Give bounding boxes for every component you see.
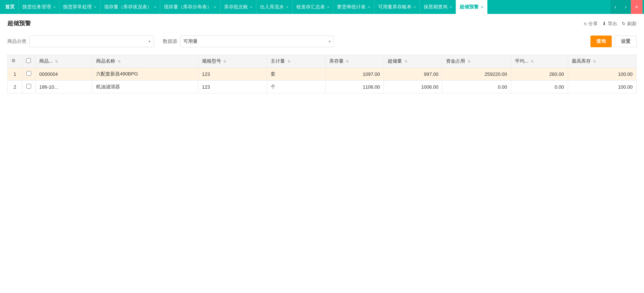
- tab-6-close[interactable]: ×: [286, 5, 288, 9]
- export-icon: ⬇: [602, 21, 606, 26]
- data-source-value: 可用量: [183, 38, 198, 45]
- sort-icon-3: ⇅: [223, 59, 226, 63]
- tab-10-close[interactable]: ×: [450, 5, 452, 9]
- tab-2[interactable]: 拣货异常处理 ×: [59, 0, 100, 14]
- table-header-row: ⚙ 商品... ⇅ 商品名称 ⇅ 规格型号 ⇅ 主计量: [8, 55, 637, 68]
- spec: 123: [198, 81, 267, 93]
- sort-icon-5: ⇅: [346, 59, 349, 63]
- tab-9[interactable]: 可用量库存账本 ×: [374, 0, 420, 14]
- gear-icon[interactable]: ⚙: [11, 58, 18, 64]
- page-header: 超储预警 ⎋ 分享 ⬇ 导出 ↻ 刷新: [7, 20, 637, 27]
- nav-prev-button[interactable]: ‹: [610, 0, 621, 14]
- top-navigation: 首页 拣货任务管理 × 拣货异常处理 × 现存量（库存状况表） × 现存量（库存…: [0, 0, 644, 14]
- filter-row: 商品分类 ▾ 数据源 可用量 ▾ 查询 设置: [7, 33, 637, 50]
- header-actions: ⎋ 分享 ⬇ 导出 ↻ 刷新: [584, 21, 637, 27]
- product-name: 六配套新昌490BPG: [92, 68, 198, 81]
- capital-usage: 259220.00: [442, 68, 511, 81]
- table-header: ⚙ 商品... ⇅ 商品名称 ⇅ 规格型号 ⇅ 主计量: [8, 55, 637, 68]
- product-code: 186-10...: [36, 81, 92, 93]
- row-checkbox-0[interactable]: [26, 71, 31, 76]
- max-stock: 100.00: [568, 81, 636, 93]
- stock: 1097.00: [325, 68, 384, 81]
- tab-1-close[interactable]: ×: [53, 5, 55, 9]
- th-product-name[interactable]: 商品名称 ⇅: [92, 55, 198, 68]
- product-category-label: 商品分类: [7, 38, 26, 45]
- row-num: 1: [8, 68, 22, 81]
- tab-1[interactable]: 拣货任务管理 ×: [19, 0, 59, 14]
- data-table: ⚙ 商品... ⇅ 商品名称 ⇅ 规格型号 ⇅ 主计量: [7, 55, 637, 93]
- tab-8-close[interactable]: ×: [368, 5, 370, 9]
- th-avg-price[interactable]: 平均... ⇅: [511, 55, 568, 68]
- tab-3[interactable]: 现存量（库存状况表） ×: [100, 0, 160, 14]
- tab-7-close[interactable]: ×: [327, 5, 329, 9]
- th-max-stock[interactable]: 最高库存 ⇅: [568, 55, 636, 68]
- th-unit[interactable]: 主计量 ⇅: [267, 55, 325, 68]
- row-checkbox-1[interactable]: [26, 84, 31, 89]
- tab-3-close[interactable]: ×: [154, 5, 156, 9]
- sort-icon-2: ⇅: [118, 59, 121, 63]
- th-product-code[interactable]: 商品... ⇅: [36, 55, 92, 68]
- stock: 1106.00: [325, 81, 384, 93]
- th-spec[interactable]: 规格型号 ⇅: [198, 55, 267, 68]
- unit: 套: [267, 68, 325, 81]
- avg-price: 0.00: [511, 81, 568, 93]
- row-num: 2: [8, 81, 22, 93]
- chevron-down-icon-2: ▾: [329, 39, 331, 44]
- unit: 个: [267, 81, 325, 93]
- table-row: 1 0000004 六配套新昌490BPG 123 套 1097.00 997.…: [8, 68, 637, 81]
- data-source-filter: 数据源 可用量 ▾: [163, 36, 334, 47]
- filter-actions: 查询 设置: [590, 36, 637, 47]
- sort-icon-6: ⇅: [405, 59, 407, 63]
- row-checkbox-cell: [22, 68, 36, 81]
- avg-price: 260.00: [511, 68, 568, 81]
- query-button[interactable]: 查询: [590, 36, 612, 47]
- th-capital-usage[interactable]: 资金占用 ⇅: [442, 55, 511, 68]
- sort-icon-4: ⇅: [288, 59, 290, 63]
- tab-5[interactable]: 库存批次账 ×: [220, 0, 256, 14]
- refresh-icon: ↻: [622, 21, 626, 26]
- tab-10[interactable]: 保质期查询 ×: [420, 0, 456, 14]
- settings-button[interactable]: 设置: [615, 36, 637, 47]
- select-all-checkbox[interactable]: [26, 58, 31, 63]
- tab-5-close[interactable]: ×: [250, 5, 252, 9]
- data-source-label: 数据源: [163, 38, 177, 45]
- th-settings: ⚙: [8, 55, 22, 68]
- nav-close-all-button[interactable]: ×: [631, 0, 643, 14]
- th-stock[interactable]: 库存量 ⇅: [325, 55, 384, 68]
- product-category-filter: 商品分类 ▾: [7, 36, 154, 47]
- over-stock: 1006.00: [384, 81, 442, 93]
- th-checkbox: [22, 55, 36, 68]
- export-button[interactable]: ⬇ 导出: [602, 21, 617, 27]
- sort-icon-9: ⇅: [593, 59, 596, 63]
- th-over-stock[interactable]: 超储量 ⇅: [384, 55, 442, 68]
- share-button[interactable]: ⎋ 分享: [584, 21, 598, 27]
- tab-4[interactable]: 现存量（库存分布表） ×: [160, 0, 220, 14]
- nav-home[interactable]: 首页: [1, 0, 19, 14]
- tab-2-close[interactable]: ×: [94, 5, 96, 9]
- refresh-button[interactable]: ↻ 刷新: [622, 21, 637, 27]
- share-icon: ⎋: [584, 21, 587, 26]
- spec: 123: [198, 68, 267, 81]
- chevron-down-icon: ▾: [149, 39, 151, 44]
- page-title: 超储预警: [7, 20, 31, 27]
- tab-8[interactable]: 要货单统计表 ×: [333, 0, 374, 14]
- tab-11[interactable]: 超储预警 ×: [456, 0, 487, 14]
- capital-usage: 0.00: [442, 81, 511, 93]
- sort-icon-7: ⇅: [468, 59, 471, 63]
- tab-7[interactable]: 收发存汇总表 ×: [293, 0, 333, 14]
- sort-icon-8: ⇅: [531, 59, 534, 63]
- tab-11-close[interactable]: ×: [481, 5, 483, 9]
- tab-6[interactable]: 出入库流水 ×: [256, 0, 292, 14]
- table-body: 1 0000004 六配套新昌490BPG 123 套 1097.00 997.…: [8, 68, 637, 93]
- table-row: 2 186-10... 机油滤清器 123 个 1106.00 1006.00 …: [8, 81, 637, 93]
- tab-9-close[interactable]: ×: [414, 5, 416, 9]
- nav-next-button[interactable]: ›: [621, 0, 631, 14]
- product-name: 机油滤清器: [92, 81, 198, 93]
- row-checkbox-cell: [22, 81, 36, 93]
- max-stock: 100.00: [568, 68, 636, 81]
- data-source-select[interactable]: 可用量 ▾: [180, 36, 334, 47]
- sort-icon: ⇅: [55, 59, 58, 63]
- tab-4-close[interactable]: ×: [214, 5, 216, 9]
- product-code: 0000004: [36, 68, 92, 81]
- product-category-select[interactable]: ▾: [29, 36, 154, 47]
